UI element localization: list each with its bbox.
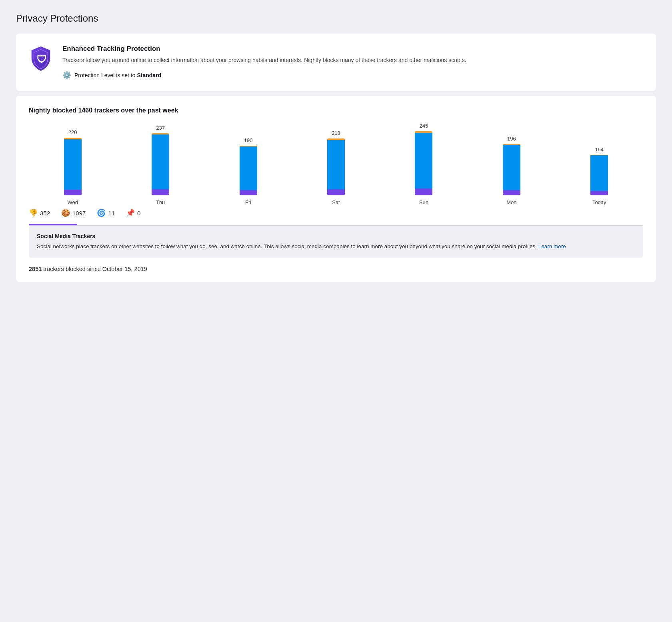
bar-label-thu: Thu — [156, 199, 165, 205]
bar-col-sun: 245Sun — [380, 123, 468, 205]
bar-blue-sun — [415, 133, 432, 189]
etp-title: Enhanced Tracking Protection — [62, 45, 466, 53]
bar-purple-mon — [503, 190, 520, 195]
chart-card: Nightly blocked 1460 trackers over the p… — [16, 96, 656, 282]
chart-title: Nightly blocked 1460 trackers over the p… — [29, 107, 643, 114]
info-box-description: Social networks place trackers on other … — [37, 243, 635, 251]
bar-col-mon: 196Mon — [468, 136, 555, 205]
bar-blue-thu — [152, 134, 169, 189]
total-text: trackers blocked since October 15, 2019 — [43, 266, 147, 272]
total-blocked: 2851 trackers blocked since October 15, … — [29, 266, 643, 272]
bar-value-thu: 237 — [156, 125, 165, 131]
tab-active-indicator — [29, 224, 77, 225]
legend-cross-site-count: 1097 — [72, 210, 86, 217]
protection-level-text: Protection Level is set to Standard — [74, 72, 161, 78]
bar-value-wed: 220 — [68, 129, 77, 135]
legend-cryptomining-count: 0 — [137, 210, 140, 217]
bar-label-sun: Sun — [419, 199, 428, 205]
etp-description: Trackers follow you around online to col… — [62, 56, 466, 64]
bar-blue-wed — [64, 139, 82, 190]
svg-text:🛡: 🛡 — [37, 54, 47, 65]
learn-more-link[interactable]: Learn more — [538, 243, 566, 249]
info-box: Social Media Trackers Social networks pl… — [29, 226, 643, 258]
bar-purple-wed — [64, 190, 82, 195]
bar-blue-today — [590, 155, 608, 191]
page-title: Privacy Protections — [16, 13, 656, 24]
fingerprint-icon: 🌀 — [97, 209, 106, 217]
bar-value-today: 154 — [595, 146, 604, 152]
bar-col-sat: 218Sat — [292, 130, 380, 205]
bar-purple-fri — [240, 190, 257, 195]
bar-col-thu: 237Thu — [116, 125, 204, 205]
legend-fingerprinting-count: 11 — [108, 210, 115, 217]
bar-blue-fri — [240, 146, 257, 190]
bar-purple-sat — [327, 189, 345, 195]
bar-blue-sat — [327, 140, 345, 189]
bar-col-wed: 220Wed — [29, 129, 116, 205]
protection-level: ⚙️ Protection Level is set to Standard — [62, 71, 466, 80]
shield-icon: 🛡 — [29, 45, 53, 72]
cookie-icon: 🍪 — [61, 209, 70, 217]
bar-purple-today — [590, 191, 608, 195]
bar-value-fri: 190 — [244, 137, 253, 143]
bar-label-wed: Wed — [67, 199, 78, 205]
total-count: 2851 — [29, 266, 42, 272]
etp-content: Enhanced Tracking Protection Trackers fo… — [62, 45, 466, 80]
legend-cross-site[interactable]: 🍪 1097 — [61, 209, 86, 217]
legend-fingerprinting[interactable]: 🌀 11 — [97, 209, 115, 217]
bar-label-fri: Fri — [245, 199, 251, 205]
legend-row: 👎 352 🍪 1097 🌀 11 📌 0 — [29, 209, 643, 219]
gear-icon: ⚙️ — [62, 71, 71, 80]
legend-social[interactable]: 👎 352 — [29, 209, 50, 217]
info-box-title: Social Media Trackers — [37, 233, 635, 239]
bar-chart: 220Wed237Thu190Fri218Sat245Sun196Mon154T… — [29, 125, 643, 205]
bar-purple-sun — [415, 189, 432, 195]
bar-label-today: Today — [592, 199, 606, 205]
tab-rest — [77, 224, 643, 225]
thumbs-down-icon: 👎 — [29, 209, 38, 217]
bar-value-mon: 196 — [507, 136, 516, 142]
etp-card: 🛡 Enhanced Tracking Protection Trackers … — [16, 34, 656, 91]
bar-label-sat: Sat — [332, 199, 340, 205]
legend-cryptomining[interactable]: 📌 0 — [126, 209, 140, 217]
bar-label-mon: Mon — [506, 199, 516, 205]
bar-col-today: 154Today — [556, 146, 643, 205]
bar-blue-mon — [503, 145, 520, 190]
legend-social-count: 352 — [40, 210, 50, 217]
bar-value-sat: 218 — [332, 130, 340, 136]
bar-value-sun: 245 — [420, 123, 428, 129]
bar-purple-thu — [152, 189, 169, 195]
bar-col-fri: 190Fri — [204, 137, 292, 205]
cryptomining-icon: 📌 — [126, 209, 135, 217]
